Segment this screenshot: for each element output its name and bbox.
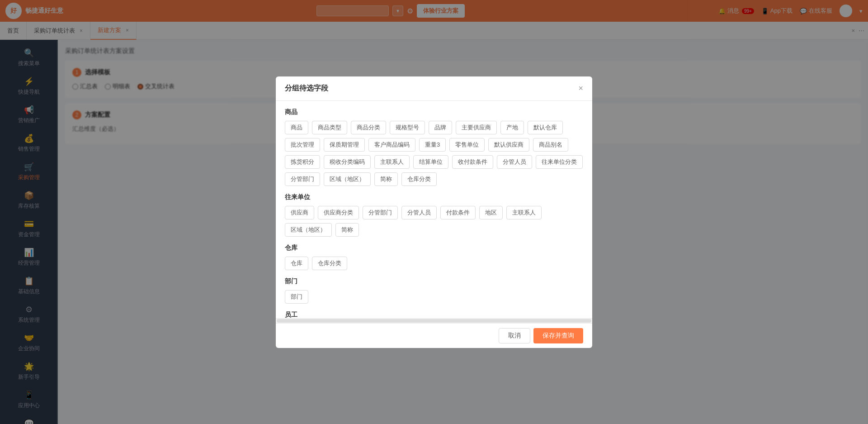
tag-goods-type[interactable]: 商品类型 [312, 121, 347, 134]
section-goods-title: 商品 [285, 108, 583, 116]
dialog-header: 分组待选字段 × [276, 76, 592, 101]
party-tags: 供应商 供应商分类 分管部门 分管人员 付款条件 地区 主联系人 区域（地区） … [285, 206, 583, 237]
dept-tags: 部门 [285, 290, 583, 304]
tag-batch-mgmt[interactable]: 批次管理 [285, 138, 320, 152]
tag-region[interactable]: 区域（地区） [324, 172, 371, 186]
section-employee-title: 员工 [285, 311, 583, 319]
tag-default-warehouse[interactable]: 默认仓库 [528, 121, 563, 134]
dialog-footer: 取消 保存并查询 [276, 323, 592, 348]
goods-tags: 商品 商品类型 商品分类 规格型号 品牌 主要供应商 产地 默认仓库 批次管理 … [285, 121, 583, 186]
tag-goods[interactable]: 商品 [285, 121, 308, 134]
tag-weight3[interactable]: 重量3 [419, 138, 446, 152]
tag-dept-only[interactable]: 部门 [285, 290, 308, 304]
tag-party-area[interactable]: 地区 [479, 206, 503, 219]
tag-responsible-person[interactable]: 分管人员 [497, 155, 532, 169]
tag-warehouse-category[interactable]: 仓库分类 [401, 172, 437, 186]
tag-default-supplier[interactable]: 默认供应商 [488, 138, 529, 152]
tag-pick-points[interactable]: 拣货积分 [285, 155, 320, 169]
tag-supplier[interactable]: 供应商 [285, 206, 314, 219]
tag-wh[interactable]: 仓库 [285, 257, 308, 270]
section-dept-title: 部门 [285, 277, 583, 286]
tag-tax-code[interactable]: 税收分类编码 [324, 155, 371, 169]
tag-main-contact[interactable]: 主联系人 [374, 155, 410, 169]
dialog-overlay: 分组待选字段 × 商品 商品 商品类型 商品分类 规格型号 品牌 主要供应商 产… [0, 0, 868, 424]
dialog-close-button[interactable]: × [578, 84, 583, 93]
tag-retail-unit[interactable]: 零售单位 [449, 138, 485, 152]
section-party-title: 往来单位 [285, 193, 583, 201]
tag-origin[interactable]: 产地 [500, 121, 524, 134]
section-goods: 商品 商品 商品类型 商品分类 规格型号 品牌 主要供应商 产地 默认仓库 批次… [285, 108, 583, 186]
tag-dept[interactable]: 分管部门 [285, 172, 320, 186]
tag-payment-terms[interactable]: 收付款条件 [452, 155, 493, 169]
tag-short-name[interactable]: 简称 [374, 172, 398, 186]
tag-expiry-mgmt[interactable]: 保质期管理 [324, 138, 365, 152]
tag-party-region[interactable]: 区域（地区） [285, 223, 332, 237]
dialog-scrollbar-bottom [276, 318, 592, 323]
tag-settlement-unit[interactable]: 结算单位 [413, 155, 448, 169]
tag-goods-alias[interactable]: 商品别名 [533, 138, 568, 152]
tag-party-payment[interactable]: 付款条件 [440, 206, 476, 219]
tag-party-dept[interactable]: 分管部门 [363, 206, 398, 219]
dialog-title: 分组待选字段 [285, 84, 328, 93]
tag-customer-code[interactable]: 客户商品编码 [368, 138, 415, 152]
tag-supplier-category[interactable]: 供应商分类 [318, 206, 359, 219]
tag-brand[interactable]: 品牌 [429, 121, 452, 134]
section-dept: 部门 部门 [285, 277, 583, 304]
tag-party-shortname[interactable]: 简称 [335, 223, 359, 237]
tag-party-category[interactable]: 往来单位分类 [536, 155, 583, 169]
tag-main-supplier[interactable]: 主要供应商 [456, 121, 497, 134]
save-view-button[interactable]: 保存并查询 [533, 328, 583, 343]
dialog-body: 商品 商品 商品类型 商品分类 规格型号 品牌 主要供应商 产地 默认仓库 批次… [276, 101, 592, 319]
section-warehouse: 仓库 仓库 仓库分类 [285, 244, 583, 270]
horizontal-scrollbar[interactable] [277, 319, 591, 323]
section-employee: 员工 业务员 [285, 311, 583, 319]
warehouse-tags: 仓库 仓库分类 [285, 257, 583, 270]
field-selector-dialog: 分组待选字段 × 商品 商品 商品类型 商品分类 规格型号 品牌 主要供应商 产… [276, 76, 592, 348]
tag-goods-category[interactable]: 商品分类 [351, 121, 386, 134]
tag-spec-model[interactable]: 规格型号 [390, 121, 425, 134]
tag-wh-cat[interactable]: 仓库分类 [312, 257, 347, 270]
tag-party-person[interactable]: 分管人员 [401, 206, 437, 219]
section-party: 往来单位 供应商 供应商分类 分管部门 分管人员 付款条件 地区 主联系人 区域… [285, 193, 583, 237]
section-warehouse-title: 仓库 [285, 244, 583, 252]
cancel-button[interactable]: 取消 [499, 328, 530, 343]
tag-party-contact[interactable]: 主联系人 [506, 206, 542, 219]
